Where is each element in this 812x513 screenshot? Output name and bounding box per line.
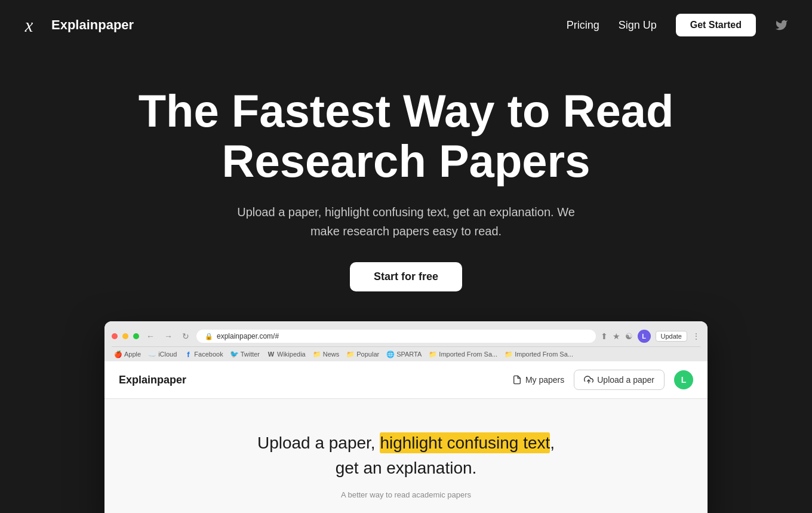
papers-icon — [512, 375, 522, 385]
bookmark-popular-label: Popular — [356, 351, 379, 358]
bookmark-icloud[interactable]: ☁️ iCloud — [148, 350, 177, 358]
navbar-nav: Pricing Sign Up Get Started — [567, 14, 788, 36]
popular-folder-icon: 📁 — [346, 351, 355, 358]
bookmark-twitter[interactable]: 🐦 Twitter — [230, 350, 260, 358]
demo-text-line2: get an explanation. — [336, 459, 477, 477]
bookmark-facebook-label: Facebook — [194, 351, 223, 358]
bookmark-sparta-label: SPARTA — [396, 351, 422, 358]
bookmark-news[interactable]: 📁 News — [313, 351, 340, 358]
bookmark-apple[interactable]: 🍎 Apple — [114, 350, 141, 358]
browser-minimize-dot — [122, 333, 128, 339]
app-body: Upload a paper, highlight confusing text… — [104, 399, 708, 513]
brand-name: Explainpaper — [51, 17, 134, 33]
upload-paper-button[interactable]: Upload a paper — [574, 370, 665, 390]
browser-url-bar[interactable]: 🔒 explainpaper.com/# — [196, 330, 596, 343]
app-user-avatar[interactable]: L — [674, 370, 693, 389]
bookmark-wikipedia-label: Wikipedia — [277, 351, 306, 358]
sparta-favicon: 🌐 — [386, 350, 395, 358]
facebook-favicon: f — [184, 350, 192, 358]
navbar: x Explainpaper Pricing Sign Up Get Start… — [0, 0, 812, 50]
bookmark-icon[interactable]: ★ — [613, 331, 620, 341]
demo-text-after: , — [550, 434, 555, 452]
extension-icon[interactable]: ☯ — [625, 331, 633, 341]
twitter-favicon: 🐦 — [230, 350, 239, 358]
logo-icon: x — [24, 14, 45, 36]
hero-subtitle: Upload a paper, highlight confusing text… — [221, 202, 591, 241]
hero-title: The Fastest Way to Read Research Papers — [48, 86, 764, 186]
browser-close-dot — [112, 333, 118, 339]
bookmark-sparta[interactable]: 🌐 SPARTA — [386, 350, 422, 358]
bookmark-imported1-label: Imported From Sa... — [439, 351, 497, 358]
bookmark-popular[interactable]: 📁 Popular — [346, 351, 379, 358]
wikipedia-favicon: W — [267, 350, 275, 358]
imported1-folder-icon: 📁 — [429, 351, 437, 358]
app-content: Explainpaper My papers — [104, 361, 708, 513]
share-icon[interactable]: ⬆ — [601, 331, 608, 341]
svg-text:x: x — [24, 16, 33, 36]
hero-section: The Fastest Way to Read Research Papers … — [0, 50, 812, 513]
icloud-favicon: ☁️ — [148, 350, 156, 358]
browser-forward-button[interactable]: → — [162, 330, 175, 342]
demo-highlight-text: highlight confusing text — [380, 432, 550, 453]
browser-profile-avatar[interactable]: L — [638, 330, 651, 343]
upload-button-label: Upload a paper — [597, 375, 654, 385]
start-free-button[interactable]: Start for free — [350, 262, 462, 291]
bookmarks-bar: 🍎 Apple ☁️ iCloud f Facebook 🐦 Twitter W — [112, 346, 700, 361]
browser-mockup: ← → ↻ 🔒 explainpaper.com/# ⬆ ★ ☯ L Updat… — [104, 321, 708, 513]
signup-link[interactable]: Sign Up — [619, 19, 657, 32]
bookmark-twitter-label: Twitter — [241, 351, 260, 358]
twitter-icon[interactable] — [775, 19, 788, 32]
lock-icon: 🔒 — [205, 333, 213, 340]
app-demo-subtitle: A better way to read academic papers — [341, 490, 471, 499]
browser-url-text: explainpaper.com/# — [217, 332, 279, 340]
browser-back-button[interactable]: ← — [144, 330, 157, 342]
get-started-button[interactable]: Get Started — [676, 14, 756, 36]
my-papers-button[interactable]: My papers — [512, 375, 564, 385]
demo-text-before: Upload a paper, — [257, 434, 380, 452]
app-brand-name: Explainpaper — [119, 374, 186, 386]
pricing-link[interactable]: Pricing — [567, 19, 599, 32]
bookmark-facebook[interactable]: f Facebook — [184, 350, 223, 358]
my-papers-label: My papers — [525, 375, 564, 385]
browser-menu-icon[interactable]: ⋮ — [692, 331, 700, 341]
news-folder-icon: 📁 — [313, 351, 321, 358]
browser-chrome: ← → ↻ 🔒 explainpaper.com/# ⬆ ★ ☯ L Updat… — [104, 321, 708, 361]
bookmark-icloud-label: iCloud — [158, 351, 177, 358]
browser-maximize-dot — [133, 333, 139, 339]
brand-link[interactable]: x Explainpaper — [24, 14, 134, 36]
browser-refresh-button[interactable]: ↻ — [180, 330, 192, 342]
bookmark-wikipedia[interactable]: W Wikipedia — [267, 350, 306, 358]
bookmark-imported2[interactable]: 📁 Imported From Sa... — [505, 351, 573, 358]
app-header: Explainpaper My papers — [104, 361, 708, 399]
browser-update-button[interactable]: Update — [656, 331, 687, 342]
browser-toolbar: ← → ↻ 🔒 explainpaper.com/# ⬆ ★ ☯ L Updat… — [112, 326, 700, 346]
app-header-right: My papers Upload a paper L — [512, 370, 693, 390]
bookmark-imported2-label: Imported From Sa... — [515, 351, 573, 358]
bookmark-news-label: News — [323, 351, 340, 358]
apple-favicon: 🍎 — [114, 350, 122, 358]
imported2-folder-icon: 📁 — [505, 351, 513, 358]
app-demo-text: Upload a paper, highlight confusing text… — [257, 431, 555, 481]
bookmark-apple-label: Apple — [124, 351, 141, 358]
bookmark-imported1[interactable]: 📁 Imported From Sa... — [429, 351, 497, 358]
upload-icon — [584, 375, 593, 385]
